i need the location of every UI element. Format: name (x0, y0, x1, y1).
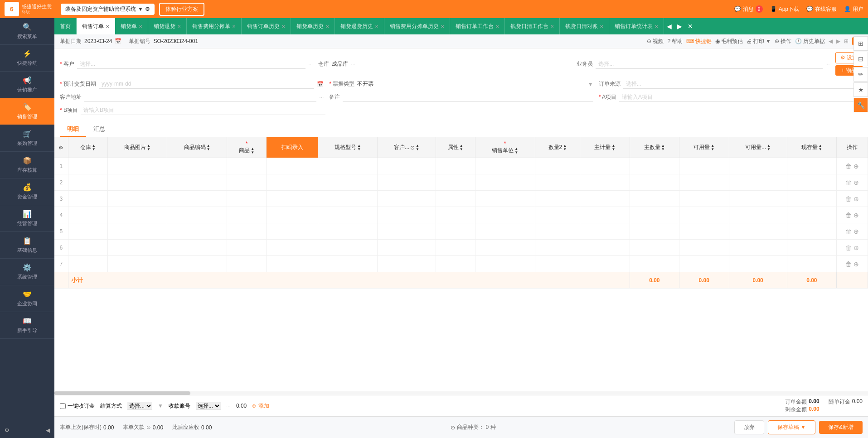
col-unit[interactable]: 销售单位▲▼ (475, 137, 535, 158)
view-btn[interactable]: ⊙ 视频 (647, 38, 664, 45)
delivery-input[interactable] (99, 79, 314, 89)
tab-return-history[interactable]: 销货退货历史 ✕ (335, 18, 384, 34)
tab-expense-history[interactable]: 销售费用分摊单历史 ✕ (384, 18, 450, 34)
calendar-icon[interactable]: 📅 (115, 38, 121, 44)
col-warehouse[interactable]: 仓库▲▼ (68, 137, 107, 158)
tab-order-history[interactable]: 销售订单历史 ✕ (242, 18, 291, 34)
tab-cash-workspace[interactable]: 钱货日清工作台 ✕ (505, 18, 560, 34)
account-select[interactable]: 选择... (196, 402, 221, 410)
sidebar-item-basic[interactable]: 📋 基础信息 (0, 232, 54, 259)
staff-more-icon[interactable]: ··· (825, 61, 830, 67)
col-stock[interactable]: 现存量▲▼ (787, 137, 836, 158)
col-spec[interactable]: 规格型号▲▼ (318, 137, 378, 158)
tab-sales-expense[interactable]: 销售费用分摊单 ✕ (187, 18, 242, 34)
add-btn[interactable]: ⊕ 添加 (252, 402, 269, 410)
col-available2[interactable]: 可用量...▲▼ (729, 137, 787, 158)
tab-sales-invoice[interactable]: 销货单 ✕ (115, 18, 148, 34)
sidebar-collapse-icon[interactable]: ◀ (46, 427, 50, 433)
grid-view-btn[interactable]: ⊞ (844, 38, 849, 44)
delete-icon[interactable]: 🗑 (845, 179, 852, 186)
sidebar-item-inventory[interactable]: 📦 库存核算 (0, 152, 54, 178)
right-btn-5[interactable]: 🔧 (853, 98, 868, 112)
col-goods[interactable]: 商品▲▼ (227, 137, 267, 158)
tab-order-workspace[interactable]: 销售订单工作台 ✕ (450, 18, 505, 34)
tab-close-sales-order[interactable]: ✕ (106, 24, 109, 29)
col-code[interactable]: 商品编码▲▼ (167, 137, 227, 158)
save-new-button[interactable]: 保存&新增 (819, 421, 863, 434)
right-btn-4[interactable]: ★ (853, 82, 868, 97)
remark-input[interactable] (343, 92, 593, 102)
customer-more-icon[interactable]: ··· (308, 61, 313, 67)
delete-icon[interactable]: 🗑 (845, 260, 852, 268)
customer-input[interactable] (77, 59, 305, 69)
copy-icon[interactable]: ⊕ (853, 260, 859, 268)
copy-icon[interactable]: ⊕ (853, 244, 859, 251)
sidebar-item-enterprise[interactable]: 🤝 企业协同 (0, 285, 54, 312)
prev-record-btn[interactable]: ◀ (829, 38, 833, 44)
tab-sales-return[interactable]: 销货退货 ✕ (148, 18, 187, 34)
settlement-select[interactable]: 选择... (127, 402, 152, 410)
tab-close-invoice-history[interactable]: ✕ (325, 24, 329, 29)
col-settings[interactable]: ⚙ (54, 137, 68, 158)
customer-addr-input[interactable] (84, 92, 316, 102)
tab-cash-account[interactable]: 钱货日清对账 ✕ (560, 18, 609, 34)
sidebar-item-guide[interactable]: 📖 新手引导 (0, 312, 54, 339)
project-b-input[interactable] (81, 106, 325, 115)
sidebar-item-sales[interactable]: 🏷️ 销售管理 (0, 98, 54, 125)
delete-icon[interactable]: 🗑 (845, 244, 852, 251)
tab-detail[interactable]: 明细 (60, 122, 86, 137)
invoice-dropdown-icon[interactable]: ▼ (588, 81, 593, 87)
delete-icon[interactable]: 🗑 (845, 195, 852, 202)
sidebar-item-search[interactable]: 🔍 搜索菜单 (0, 18, 54, 45)
right-btn-1[interactable]: ⊞ (853, 36, 868, 51)
print-btn[interactable]: 🖨 打印 ▼ (747, 38, 771, 45)
scroll-thumb[interactable] (54, 391, 190, 395)
sidebar-item-quicknav[interactable]: ⚡ 快捷导航 (0, 45, 54, 72)
order-source-input[interactable] (623, 79, 854, 89)
online-service-item[interactable]: 💬 在线客服 (806, 5, 837, 13)
tab-close-sales-stats[interactable]: ✕ (655, 24, 658, 29)
shortcut-btn[interactable]: ⌨ 快捷键 (686, 38, 712, 45)
tab-summary[interactable]: 汇总 (86, 122, 112, 137)
help-btn[interactable]: ? 帮助 (667, 38, 683, 45)
tab-close-cash-workspace[interactable]: ✕ (550, 24, 554, 29)
delete-icon[interactable]: 🗑 (845, 212, 852, 219)
solution-button[interactable]: 体验行业方案 (159, 3, 204, 16)
copy-icon[interactable]: ⊕ (853, 228, 859, 235)
message-icon-item[interactable]: 💬 消息 9 (734, 5, 763, 13)
discard-button[interactable]: 放弃 (734, 420, 764, 434)
col-main-unit[interactable]: 主计量▲▼ (580, 137, 630, 158)
copy-icon[interactable]: ⊕ (853, 212, 859, 219)
user-avatar[interactable]: 👤 用户 (844, 5, 863, 13)
tab-sales-stats[interactable]: 销售订单统计表 ✕ (609, 18, 664, 34)
sidebar-item-purchase[interactable]: 🛒 采购管理 (0, 125, 54, 152)
operation-btn[interactable]: ⊛ 操作 (775, 38, 791, 45)
col-available[interactable]: 可用量▲▼ (679, 137, 729, 158)
tab-next-btn[interactable]: ▶ (674, 23, 685, 30)
sidebar-item-system[interactable]: ⚙️ 系统管理 (0, 259, 54, 285)
tab-close-sales-return[interactable]: ✕ (177, 24, 181, 29)
col-scan[interactable]: 扫码录入 (267, 137, 318, 158)
col-main-qty[interactable]: 主数量▲▼ (630, 137, 679, 158)
tab-more-btn[interactable]: ✕ (685, 23, 696, 30)
tab-close-sales-expense[interactable]: ✕ (232, 24, 236, 29)
sidebar-settings-icon[interactable]: ⚙ (5, 427, 10, 433)
staff-input[interactable] (596, 59, 822, 69)
warehouse-more-icon[interactable]: ··· (351, 61, 355, 67)
tab-close-sales-invoice[interactable]: ✕ (139, 24, 142, 29)
delete-icon[interactable]: 🗑 (845, 228, 852, 235)
tab-close-return-history[interactable]: ✕ (375, 24, 378, 29)
sidebar-item-marketing[interactable]: 📢 营销推广 (0, 72, 54, 98)
app-download-item[interactable]: 📱 App下载 (770, 5, 799, 13)
sidebar-item-finance[interactable]: 💰 资金管理 (0, 178, 54, 205)
tab-close-order-history[interactable]: ✕ (281, 24, 285, 29)
tab-close-expense-history[interactable]: ✕ (441, 24, 444, 29)
delete-icon[interactable]: 🗑 (845, 163, 852, 170)
next-record-btn[interactable]: ▶ (836, 38, 840, 44)
tab-prev-btn[interactable]: ◀ (664, 23, 674, 30)
right-btn-3[interactable]: ✏ (853, 67, 868, 82)
tab-home[interactable]: 首页 (54, 18, 77, 34)
project-a-input[interactable] (619, 92, 863, 102)
col-image[interactable]: 商品图片▲▼ (107, 137, 167, 158)
save-draft-button[interactable]: 保存草稿 ▼ (768, 420, 815, 434)
